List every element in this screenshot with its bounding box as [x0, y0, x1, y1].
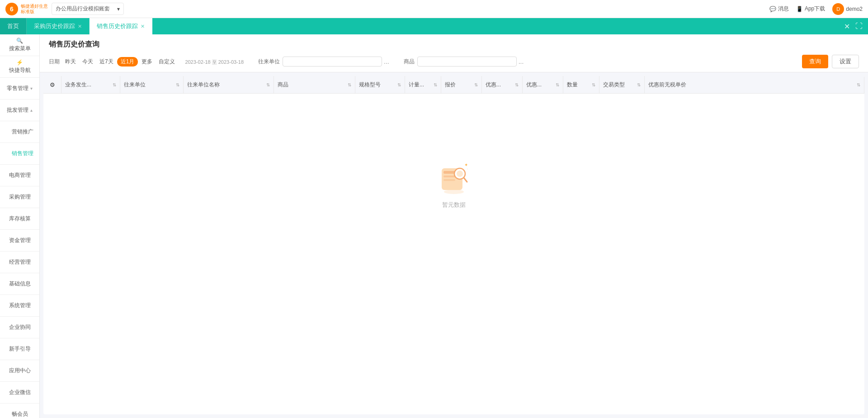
partner-input[interactable]: [283, 57, 382, 66]
sort-icon: ⇅: [113, 82, 116, 87]
tab-sales-close[interactable]: ✕: [141, 24, 145, 29]
tab-bar-actions: ✕ ⛶: [839, 18, 868, 34]
close-all-icon[interactable]: ✕: [844, 22, 850, 31]
svg-text:·: ·: [467, 167, 468, 171]
sidebar-item-search[interactable]: 🔍 搜索菜单: [0, 34, 39, 56]
chevron-down-icon: ▾: [117, 6, 120, 12]
th-unit[interactable]: 计量... ⇅: [405, 76, 441, 93]
sort-icon: ⇅: [434, 82, 437, 87]
top-right: 💬 消息 📱 App下载 D demo2: [769, 3, 863, 15]
tab-purchase-label: 采购历史价跟踪: [34, 22, 75, 30]
sidebar-item-shortcut[interactable]: ⚡ 快捷导航: [0, 56, 39, 78]
sidebar-item-ecommerce[interactable]: 电商管理: [0, 165, 39, 186]
product-dots-btn[interactable]: ...: [519, 58, 524, 65]
th-notax[interactable]: 优惠前无税单价 ⇅: [645, 76, 864, 93]
sort-icon: ⇅: [348, 82, 351, 87]
tab-purchase-close[interactable]: ✕: [78, 24, 82, 29]
th-price[interactable]: 报价 ⇅: [441, 76, 482, 93]
sidebar-item-sales-mgmt[interactable]: 销售管理: [0, 143, 39, 165]
settings-icon: ⚙: [50, 81, 55, 88]
th-date[interactable]: 业务发生... ⇅: [61, 76, 120, 93]
content-area: 销售历史价查询 ❓ 帮助 ↩ 导入 ↪ 导出 ✓ 只看最后一次: [40, 34, 868, 418]
empty-state: ✦ · 暂元数据: [43, 94, 864, 275]
sidebar-item-member[interactable]: 畅会员: [0, 404, 39, 418]
sidebar-item-purchase[interactable]: 采购管理: [0, 186, 39, 208]
date-btn-7days[interactable]: 近7天: [97, 57, 116, 66]
empty-text: 暂元数据: [442, 201, 466, 209]
search-icon: 🔍: [16, 38, 23, 44]
date-btn-1month[interactable]: 近1月: [117, 57, 138, 66]
table-header: ⚙ 业务发生... ⇅ 往来单位 ⇅ 往来单位名称 ⇅ 商品 ⇅: [43, 76, 864, 94]
filter-actions: 查询 设置: [802, 55, 859, 68]
sort-icon: ⇅: [556, 82, 559, 87]
sidebar-item-operations[interactable]: 经营管理: [0, 252, 39, 273]
svg-line-7: [464, 178, 467, 182]
sidebar-item-retail[interactable]: 零售管理 ▾: [0, 78, 39, 100]
sidebar: 🔍 搜索菜单 ⚡ 快捷导航 零售管理 ▾ 批发管理 ▴ 营销推广 销售管理 电商…: [0, 34, 40, 418]
sort-icon: ⇅: [592, 82, 595, 87]
sidebar-item-inventory[interactable]: 库存核算: [0, 208, 39, 230]
shortcut-icon: ⚡: [16, 59, 23, 66]
date-btn-more[interactable]: 更多: [139, 57, 155, 66]
message-btn[interactable]: 💬 消息: [769, 5, 789, 13]
table-container: ⚙ 业务发生... ⇅ 往来单位 ⇅ 往来单位名称 ⇅ 商品 ⇅: [43, 76, 864, 414]
sidebar-item-system[interactable]: 系统管理: [0, 295, 39, 317]
user-menu[interactable]: D demo2: [832, 3, 863, 15]
th-discount2[interactable]: 优惠... ⇅: [523, 76, 563, 93]
tab-sales-label: 销售历史价跟踪: [97, 22, 138, 30]
th-partner-name[interactable]: 往来单位名称 ⇅: [184, 76, 274, 93]
app-selector[interactable]: 办公用品行业模拟账套 ▾: [52, 3, 124, 15]
sort-icon: ⇅: [637, 82, 641, 87]
maximize-icon[interactable]: ⛶: [855, 22, 863, 30]
logo-text: 畅捷通好生意 标准版: [21, 4, 48, 14]
sidebar-item-enterprise[interactable]: 企业协同: [0, 317, 39, 338]
product-filter-group: 商品 ...: [404, 57, 524, 66]
sidebar-item-wholesale[interactable]: 批发管理 ▴: [0, 100, 39, 121]
date-buttons: 昨天 今天 近7天 近1月 更多 自定义: [62, 57, 178, 66]
partner-dots-btn[interactable]: ...: [384, 58, 389, 65]
th-spec[interactable]: 规格型号 ⇅: [355, 76, 405, 93]
chevron-down-icon: ▾: [30, 86, 33, 91]
tab-home[interactable]: 首页: [0, 18, 27, 34]
message-icon: 💬: [769, 6, 776, 12]
filter-bar: 日期 昨天 今天 近7天 近1月 更多 自定义 2023-02-18 至 202…: [49, 55, 859, 68]
logo-area: 6 畅捷通好生意 标准版: [5, 3, 48, 15]
product-input[interactable]: [417, 57, 517, 66]
partner-input-group: ...: [283, 57, 389, 66]
product-label: 商品: [404, 58, 415, 66]
tab-purchase-history[interactable]: 采购历史价跟踪 ✕: [27, 18, 90, 34]
sidebar-item-app-center[interactable]: 应用中心: [0, 360, 39, 382]
tab-sales-history[interactable]: 销售历史价跟踪 ✕: [90, 18, 152, 34]
page-header: 销售历史价查询 ❓ 帮助 ↩ 导入 ↪ 导出 ✓ 只看最后一次: [40, 34, 868, 72]
app-download-btn[interactable]: 📱 App下载: [796, 5, 825, 13]
sort-icon: ⇅: [176, 82, 179, 87]
date-btn-yesterday[interactable]: 昨天: [62, 57, 79, 66]
th-product[interactable]: 商品 ⇅: [274, 76, 355, 93]
th-partner-code[interactable]: 往来单位 ⇅: [120, 76, 184, 93]
download-icon: 📱: [796, 6, 803, 12]
sort-icon: ⇅: [397, 82, 401, 87]
sidebar-item-basic-info[interactable]: 基础信息: [0, 273, 39, 295]
date-btn-today[interactable]: 今天: [80, 57, 96, 66]
sidebar-item-marketing[interactable]: 营销推广: [0, 121, 39, 143]
th-discount1[interactable]: 优惠... ⇅: [482, 76, 523, 93]
sidebar-item-finance[interactable]: 资金管理: [0, 230, 39, 252]
tab-home-label: 首页: [7, 22, 19, 30]
query-btn[interactable]: 查询: [802, 55, 828, 68]
th-settings[interactable]: ⚙: [43, 76, 61, 93]
logo-icon: 6: [5, 3, 18, 15]
partner-label: 往来单位: [258, 58, 280, 66]
main-layout: 🔍 搜索菜单 ⚡ 快捷导航 零售管理 ▾ 批发管理 ▴ 营销推广 销售管理 电商…: [0, 34, 868, 418]
svg-point-0: [444, 190, 464, 194]
product-input-group: ...: [417, 57, 524, 66]
th-txtype[interactable]: 交易类型 ⇅: [599, 76, 645, 93]
top-bar: 6 畅捷通好生意 标准版 办公用品行业模拟账套 ▾ 💬 消息 📱 App下载 D…: [0, 0, 868, 18]
sidebar-item-wechat[interactable]: 企业微信: [0, 382, 39, 404]
avatar: D: [832, 3, 844, 15]
sort-icon: ⇅: [266, 82, 270, 87]
page-title: 销售历史价查询: [49, 40, 859, 49]
sidebar-item-guide[interactable]: 新手引导: [0, 338, 39, 360]
settings-btn[interactable]: 设置: [832, 55, 859, 68]
date-btn-custom[interactable]: 自定义: [156, 57, 178, 66]
th-qty[interactable]: 数量 ⇅: [563, 76, 599, 93]
